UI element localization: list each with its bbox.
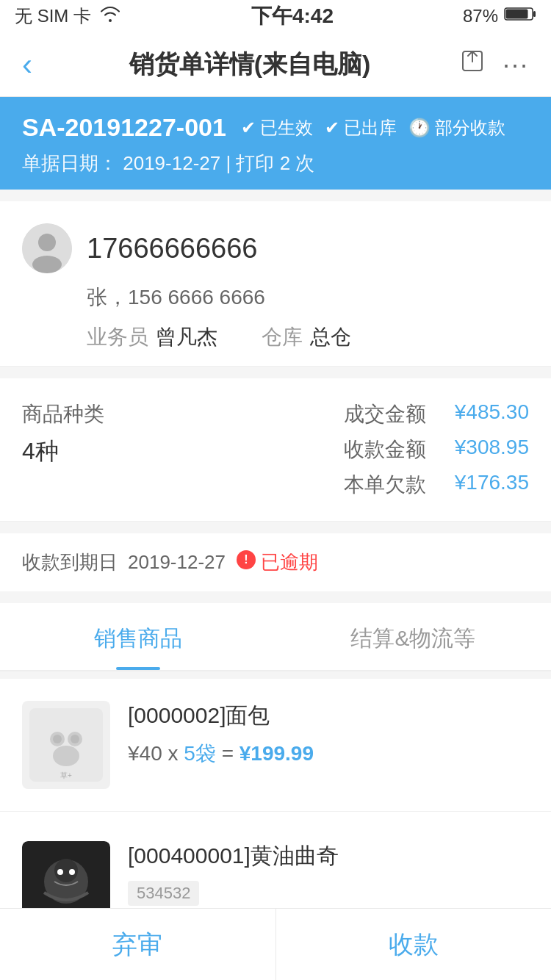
total-1: ¥199.99 [240,742,314,765]
page-title: 销货单详情(来自电脑) [129,48,371,82]
warehouse-info: 仓库 总仓 [262,323,351,351]
debt-value: ¥176.35 [441,471,529,499]
product-name-2: [000400001]黄油曲奇 [128,841,529,871]
due-date: 2019-12-27 [128,551,226,574]
share-button[interactable] [460,48,485,80]
order-header-row2: 单据日期： 2019-12-27 | 打印 2 次 [22,151,529,176]
customer-contact: 张，156 6666 6666 [22,284,529,311]
debt-label: 本单欠款 [344,471,426,499]
wifi-icon [98,6,122,26]
svg-point-14 [53,746,79,766]
svg-point-13 [71,735,79,743]
overdue-icon: ! [236,550,256,575]
warehouse-value: 总仓 [310,323,351,351]
svg-point-6 [32,256,62,273]
tab-sales-products[interactable]: 销售商品 [0,603,276,670]
svg-rect-2 [533,11,536,17]
status-shipped: ✔ 已出库 [325,116,397,140]
check-icon-1: ✔ [241,118,256,138]
print-info: | 打印 2 次 [226,152,314,174]
status-partial: 🕐 部分收款 [408,116,505,140]
svg-rect-1 [505,10,527,19]
status-left: 无 SIM 卡 [15,4,122,28]
summary-right: 成交金额 ¥485.30 收款金额 ¥308.95 本单欠款 ¥176.35 [344,400,529,499]
svg-point-19 [57,869,63,875]
battery-icon [504,6,536,26]
product-thumbnail-1: 草+ [22,701,110,789]
avatar [22,223,72,273]
customer-meta: 业务员 曾凡杰 仓库 总仓 [22,323,529,351]
equals-1: = [216,742,240,765]
sim-text: 无 SIM 卡 [15,4,91,28]
svg-text:草+: 草+ [60,771,72,779]
nav-bar: ‹ 销货单详情(来自电脑) ··· [0,32,551,97]
product-info-1: [0000002]面包 ¥40 x 5袋 = ¥199.99 [128,701,529,768]
clock-icon: 🕐 [408,118,431,138]
tab-settlement[interactable]: 结算&物流等 [276,603,551,670]
received-label: 收款金额 [344,436,426,464]
sales-info: 业务员 曾凡杰 [87,323,217,351]
cancel-button[interactable]: 弃审 [0,909,276,980]
check-icon-2: ✔ [325,118,339,138]
due-label: 收款到期日 [22,550,118,575]
price-text-1: ¥40 x [128,742,184,765]
product-name-1: [0000002]面包 [128,701,529,731]
order-header-row1: SA-20191227-001 ✔ 已生效 ✔ 已出库 🕐 部分收款 [22,113,529,142]
status-time: 下午4:42 [251,2,334,30]
battery-text: 87% [463,6,498,26]
amount-row: 成交金额 ¥485.30 [344,400,529,428]
svg-point-20 [69,869,75,875]
nav-actions: ··· [460,48,529,80]
sales-label: 业务员 [87,323,148,351]
due-section: 收款到期日 2019-12-27 ! 已逾期 [0,533,551,591]
status-badges: ✔ 已生效 ✔ 已出库 🕐 部分收款 [241,116,505,140]
warehouse-label: 仓库 [262,323,303,351]
status-right: 87% [463,6,536,26]
date-label: 单据日期： [22,152,118,174]
product-type-label: 商品种类 [22,400,104,428]
svg-text:!: ! [244,553,248,566]
order-date: 2019-12-27 [123,152,220,174]
overdue-label: 已逾期 [261,550,318,575]
customer-card: 17666666666 张，156 6666 6666 业务员 曾凡杰 仓库 总… [0,201,551,367]
overdue-badge: ! 已逾期 [236,550,318,575]
order-header: SA-20191227-001 ✔ 已生效 ✔ 已出库 🕐 部分收款 单据日期：… [0,97,551,190]
product-type-value: 4种 [22,436,104,468]
customer-top: 17666666666 [22,223,529,273]
product-price-1: ¥40 x 5袋 = ¥199.99 [128,740,529,768]
svg-rect-9 [29,708,103,782]
list-item: 草+ [0000002]面包 ¥40 x 5袋 = ¥199.99 [0,679,551,812]
svg-point-12 [53,735,62,743]
amount-value: ¥485.30 [441,400,529,428]
debt-row: 本单欠款 ¥176.35 [344,471,529,499]
received-row: 收款金额 ¥308.95 [344,436,529,464]
confirm-button[interactable]: 收款 [276,909,552,980]
quantity-highlight-1: 5袋 [184,742,216,765]
product-tag-2: 534532 [128,881,199,906]
tabs-container: 销售商品 结算&物流等 [0,603,551,671]
received-value: ¥308.95 [441,436,529,464]
summary-section: 商品种类 4种 成交金额 ¥485.30 收款金额 ¥308.95 本单欠款 ¥… [0,378,551,522]
order-id: SA-20191227-001 [22,113,226,142]
status-bar: 无 SIM 卡 下午4:42 87% [0,0,551,32]
summary-left: 商品种类 4种 [22,400,104,499]
sales-value: 曾凡杰 [156,323,217,351]
amount-label: 成交金额 [344,400,426,428]
customer-phone: 17666666666 [87,233,257,264]
status-effective: ✔ 已生效 [241,116,313,140]
bottom-bar: 弃审 收款 [0,908,551,980]
svg-point-5 [38,234,56,251]
more-button[interactable]: ··· [503,49,529,80]
back-button[interactable]: ‹ [22,47,40,82]
